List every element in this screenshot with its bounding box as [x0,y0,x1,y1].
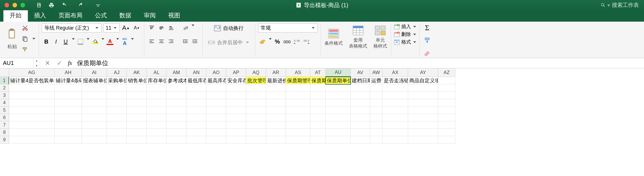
cell-AZ9[interactable] [438,136,455,144]
cell-AT6[interactable] [310,114,326,121]
cell-AW3[interactable] [370,92,383,99]
cell-AO2[interactable] [206,84,226,92]
fill-color-dropdown[interactable] [101,37,105,41]
column-header-AS[interactable]: AS [286,68,310,77]
cell-AI7[interactable] [82,121,107,129]
border-dropdown[interactable] [86,37,90,41]
column-header-AN[interactable]: AN [186,68,206,77]
cell-AV1[interactable]: 建档日期 [351,77,370,84]
tab-data[interactable]: 数据 [113,9,138,22]
cell-AT9[interactable] [310,136,326,144]
delete-cells-button[interactable]: 删除 [394,31,417,38]
cell-AV8[interactable] [351,129,370,136]
cell-AX8[interactable] [383,129,408,136]
cell-AV9[interactable] [351,136,370,144]
cell-AQ6[interactable] [246,114,266,121]
decrease-font-button[interactable]: A▼ [132,23,141,32]
cell-AZ6[interactable] [438,114,455,121]
cell-AL6[interactable] [147,114,167,121]
cell-AM9[interactable] [167,136,186,144]
format-cells-button[interactable]: 格式 [394,39,417,45]
column-header-AV[interactable]: AV [351,68,370,77]
decrease-decimal-button[interactable]: .00.0 [302,37,311,46]
cell-AQ7[interactable] [246,121,266,129]
cell-AH1[interactable]: 辅计量4条码 [55,77,82,84]
cell-AG9[interactable] [9,136,55,144]
cell-AI6[interactable] [82,114,107,121]
align-top-button[interactable] [147,23,156,32]
cell-AG1[interactable]: 辅计量4是否包装单位 [9,77,55,84]
cell-AX5[interactable] [383,107,408,114]
cell-AZ4[interactable] [438,99,455,107]
column-header-AR[interactable]: AR [266,68,286,77]
cell-AG2[interactable] [9,84,55,92]
cell-AV7[interactable] [351,121,370,129]
align-right-button[interactable] [167,37,176,46]
cell-AY1[interactable]: 商品自定义项 [408,77,438,84]
row-header-3[interactable]: 3 [0,92,9,99]
cell-AI3[interactable] [82,92,107,99]
cell-AU2[interactable] [326,84,351,92]
qat-customize-button[interactable] [94,1,102,9]
cell-AO7[interactable] [206,121,226,129]
cell-AL5[interactable] [147,107,167,114]
number-format-select[interactable]: 常规 [258,23,318,32]
cell-AZ2[interactable] [438,84,455,92]
cell-AP6[interactable] [226,114,246,121]
currency-button[interactable] [258,37,267,46]
cell-AH9[interactable] [55,136,82,144]
tab-review[interactable]: 审阅 [138,9,162,22]
cell-AN7[interactable] [186,121,206,129]
row-header-7[interactable]: 7 [0,121,9,129]
column-header-AL[interactable]: AL [147,68,167,77]
column-header-AI[interactable]: AI [82,68,107,77]
cell-AK8[interactable] [127,129,147,136]
cell-AR1[interactable]: 最新进价 [266,77,286,84]
cell-AW7[interactable] [370,121,383,129]
cell-AT1[interactable]: 保质期 [310,77,326,84]
cell-AN1[interactable]: 最低库存 [186,77,206,84]
cell-AV5[interactable] [351,107,370,114]
cell-AW1[interactable]: 运费 [370,77,383,84]
cell-AH4[interactable] [55,99,82,107]
cell-AY9[interactable] [408,136,438,144]
cell-AU5[interactable] [326,107,351,114]
cell-AH8[interactable] [55,129,82,136]
cell-AM3[interactable] [167,92,186,99]
cell-AQ5[interactable] [246,107,266,114]
cell-AM1[interactable]: 参考成本 [167,77,186,84]
column-header-AQ[interactable]: AQ [246,68,266,77]
search-box[interactable]: ▾ 搜索工作表 [595,1,644,9]
cell-AS2[interactable] [286,84,310,92]
cell-AS1[interactable]: 保质期管理 [286,77,310,84]
cell-AX6[interactable] [383,114,408,121]
cell-AI5[interactable] [82,107,107,114]
column-header-AZ[interactable]: AZ [438,68,455,77]
phonetic-dropdown[interactable] [130,37,134,41]
cell-AV6[interactable] [351,114,370,121]
cell-AH6[interactable] [55,114,82,121]
tab-page-layout[interactable]: 页面布局 [52,9,89,22]
font-size-select[interactable]: 11 [103,23,120,32]
cell-AK6[interactable] [127,114,147,121]
cell-AP2[interactable] [226,84,246,92]
name-box[interactable]: AU1 [0,58,34,68]
cell-AK5[interactable] [127,107,147,114]
cell-AX9[interactable] [383,136,408,144]
cell-AM8[interactable] [167,129,186,136]
font-color-button[interactable]: A [105,37,115,46]
cell-AR2[interactable] [266,84,286,92]
cell-AS8[interactable] [286,129,310,136]
row-header-9[interactable]: 9 [0,136,9,144]
cell-AW2[interactable] [370,84,383,92]
cell-AY8[interactable] [408,129,438,136]
cell-AM7[interactable] [167,121,186,129]
cell-AY2[interactable] [408,84,438,92]
underline-dropdown[interactable] [71,37,75,41]
cell-AS9[interactable] [286,136,310,144]
cell-AJ5[interactable] [107,107,127,114]
cell-AQ9[interactable] [246,136,266,144]
cell-AI1[interactable]: 报表辅单位 [82,77,107,84]
cell-AS4[interactable] [286,99,310,107]
cell-AG8[interactable] [9,129,55,136]
